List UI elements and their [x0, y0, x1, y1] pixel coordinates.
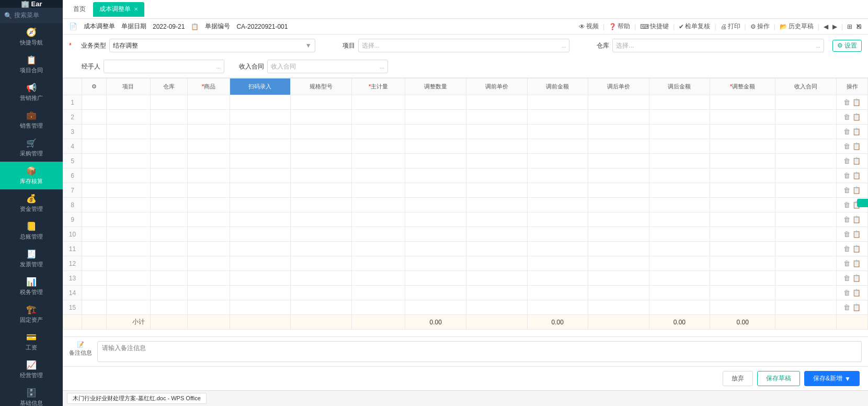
discard-button[interactable]: 放弃 [723, 371, 753, 386]
toolbar-grid1[interactable]: ⊞ [847, 23, 852, 30]
sidebar-item-capital-mgmt[interactable]: 💰资金管理 [0, 189, 63, 217]
cell-settings-8[interactable] [82, 198, 107, 212]
col-header-adj_amount[interactable]: *调整金额 [710, 78, 775, 95]
cell-goods-15[interactable] [188, 300, 230, 315]
cell-after_amount-9[interactable] [649, 212, 710, 227]
cell-before_amount-1[interactable] [527, 95, 588, 110]
cell-unit-5[interactable] [351, 154, 405, 168]
delete-icon-7[interactable]: 🗑 [843, 186, 850, 194]
cell-unit-13[interactable] [351, 271, 405, 286]
cell-before_amount-15[interactable] [527, 300, 588, 315]
cell-after_price-15[interactable] [588, 300, 649, 315]
cell-before_price-12[interactable] [466, 256, 528, 271]
cell-adj_amount-5[interactable] [710, 154, 775, 168]
cell-settings-3[interactable] [82, 125, 107, 139]
cell-warehouse-9[interactable] [150, 212, 188, 227]
cell-settings-15[interactable] [82, 300, 107, 315]
cell-goods-11[interactable] [188, 242, 230, 256]
cell-after_amount-6[interactable] [649, 168, 710, 183]
cell-income_contract-1[interactable] [775, 95, 837, 110]
sidebar-search[interactable]: 🔍 搜索菜单 [0, 8, 63, 23]
cell-after_price-8[interactable] [588, 198, 649, 212]
cell-income_contract-10[interactable] [775, 227, 837, 242]
copy-icon-6[interactable]: 📋 [852, 172, 861, 179]
tab-cost-adjustment[interactable]: 成本调整单✕ [93, 2, 144, 17]
cell-adj_amount-12[interactable] [710, 256, 775, 271]
copy-icon-12[interactable]: 📋 [852, 260, 861, 267]
cell-warehouse-3[interactable] [150, 125, 188, 139]
cell-income_contract-11[interactable] [775, 242, 837, 256]
col-header-adj_qty[interactable]: 调整数量 [405, 78, 466, 95]
delete-icon-11[interactable]: 🗑 [843, 245, 850, 253]
cell-spec-5[interactable] [291, 154, 352, 168]
cell-after_price-13[interactable] [588, 271, 649, 286]
cell-after_amount-12[interactable] [649, 256, 710, 271]
cell-before_amount-5[interactable] [527, 154, 588, 168]
delete-icon-10[interactable]: 🗑 [843, 230, 850, 238]
cell-after_amount-4[interactable] [649, 139, 710, 154]
cell-adj_amount-11[interactable] [710, 242, 775, 256]
cell-after_amount-10[interactable] [649, 227, 710, 242]
row-actions-5[interactable]: 🗑📋 [837, 154, 868, 168]
toolbar-nav-next[interactable]: ▶ [832, 23, 837, 30]
cell-income_contract-3[interactable] [775, 125, 837, 139]
cell-after_price-12[interactable] [588, 256, 649, 271]
cell-before_price-13[interactable] [466, 271, 528, 286]
cell-adj_qty-6[interactable] [405, 168, 466, 183]
cell-project-11[interactable] [107, 242, 151, 256]
col-header-unit[interactable]: *主计量 [351, 78, 405, 95]
cell-scan-3[interactable] [230, 125, 291, 139]
cell-spec-6[interactable] [291, 168, 352, 183]
cell-income_contract-15[interactable] [775, 300, 837, 315]
cell-before_amount-4[interactable] [527, 139, 588, 154]
cell-after_price-4[interactable] [588, 139, 649, 154]
cell-after_price-9[interactable] [588, 212, 649, 227]
cell-spec-7[interactable] [291, 183, 352, 198]
toolbar-help[interactable]: ❓ 帮助 [609, 22, 630, 31]
cell-project-9[interactable] [107, 212, 151, 227]
row-actions-4[interactable]: 🗑📋 [837, 139, 868, 154]
cell-settings-9[interactable] [82, 212, 107, 227]
cell-spec-15[interactable] [291, 300, 352, 315]
cell-unit-1[interactable] [351, 95, 405, 110]
cell-project-8[interactable] [107, 198, 151, 212]
cell-income_contract-13[interactable] [775, 271, 837, 286]
cell-adj_amount-4[interactable] [710, 139, 775, 154]
cell-income_contract-8[interactable] [775, 198, 837, 212]
cell-warehouse-4[interactable] [150, 139, 188, 154]
cell-spec-9[interactable] [291, 212, 352, 227]
cell-adj_amount-7[interactable] [710, 183, 775, 198]
cell-after_amount-8[interactable] [649, 198, 710, 212]
cell-before_price-10[interactable] [466, 227, 528, 242]
col-header-spec[interactable]: 规格型号 [291, 78, 352, 95]
copy-icon-10[interactable]: 📋 [852, 230, 861, 238]
cell-unit-14[interactable] [351, 286, 405, 300]
cell-before_price-3[interactable] [466, 125, 528, 139]
cell-before_price-1[interactable] [466, 95, 528, 110]
delete-icon-2[interactable]: 🗑 [843, 113, 850, 121]
delete-icon-3[interactable]: 🗑 [843, 128, 850, 136]
save-new-button[interactable]: 保存&新增 ▼ [804, 371, 860, 386]
cell-adj_qty-12[interactable] [405, 256, 466, 271]
cell-settings-1[interactable] [82, 95, 107, 110]
cell-before_amount-10[interactable] [527, 227, 588, 242]
cell-scan-2[interactable] [230, 110, 291, 125]
cell-settings-14[interactable] [82, 286, 107, 300]
delete-icon-6[interactable]: 🗑 [843, 172, 850, 179]
sidebar-item-sales-mgmt[interactable]: 💼销售管理 [0, 106, 63, 134]
col-header-warehouse[interactable]: 仓库 [150, 78, 188, 95]
toolbar-shortcut[interactable]: ⌨ 快捷键 [640, 22, 669, 31]
cell-spec-12[interactable] [291, 256, 352, 271]
cell-goods-6[interactable] [188, 168, 230, 183]
cell-scan-12[interactable] [230, 256, 291, 271]
cell-project-2[interactable] [107, 110, 151, 125]
cell-scan-15[interactable] [230, 300, 291, 315]
cell-adj_qty-7[interactable] [405, 183, 466, 198]
cell-warehouse-6[interactable] [150, 168, 188, 183]
col-header-settings[interactable]: ⚙ [82, 78, 107, 95]
copy-icon-4[interactable]: 📋 [852, 142, 861, 150]
cell-spec-11[interactable] [291, 242, 352, 256]
cell-goods-4[interactable] [188, 139, 230, 154]
cell-adj_amount-8[interactable] [710, 198, 775, 212]
copy-icon-1[interactable]: 📋 [852, 98, 861, 106]
